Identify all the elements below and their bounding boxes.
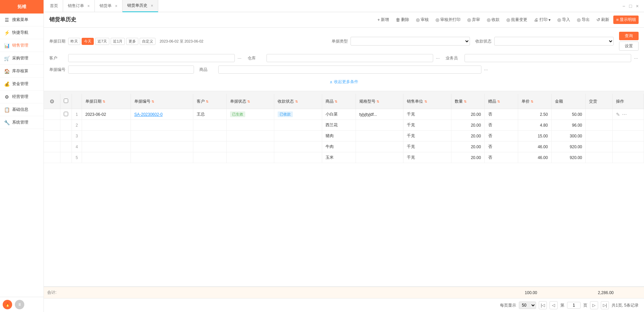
th-date[interactable]: 单据日期 ⇅ xyxy=(82,94,131,109)
import-button[interactable]: ◎ 导入 xyxy=(555,16,573,24)
basic-info-icon: 📋 xyxy=(4,107,9,112)
td-doc-no-2[interactable] xyxy=(131,131,193,141)
td-doc-no-1[interactable] xyxy=(131,120,193,131)
add-button[interactable]: + 新增 xyxy=(375,16,392,24)
page-number-input[interactable] xyxy=(567,302,581,309)
th-unit[interactable]: 销售单位 ⇅ xyxy=(403,94,451,109)
salesperson-ellipsis-btn[interactable]: ··· xyxy=(633,55,639,61)
date-btn-today[interactable]: 今天 xyxy=(82,38,94,45)
td-doc-no-0[interactable]: SA-20230602-0 xyxy=(131,109,193,120)
th-spec[interactable]: 规格型号 ⇅ xyxy=(356,94,403,109)
td-check-0[interactable] xyxy=(60,109,72,120)
th-collect-status[interactable]: 收款状态 ⇅ xyxy=(274,94,322,109)
sidebar-item-system-mgmt[interactable]: 🔧 系统管理 xyxy=(0,116,44,129)
tab-close-sales-goods[interactable]: × xyxy=(115,4,117,8)
delete-button[interactable]: 🗑 删除 xyxy=(393,16,412,24)
tab-sales-order[interactable]: 销售订单 × xyxy=(63,0,95,12)
print-button[interactable]: 🖨 打印 ▾ xyxy=(531,16,553,24)
edit-action-icon-0[interactable]: ✎ xyxy=(616,112,620,117)
th-doc-status[interactable]: 单据状态 ⇅ xyxy=(226,94,274,109)
refresh-button[interactable]: ↺ 刷新 xyxy=(594,16,612,24)
minimize-btn[interactable]: − xyxy=(621,3,626,9)
doc-no-link-0[interactable]: SA-20230602-0 xyxy=(134,112,163,117)
row-checkbox-0[interactable] xyxy=(64,112,68,116)
sidebar-item-finance-mgmt[interactable]: 💰 资金管理 xyxy=(0,78,44,90)
td-trade-1 xyxy=(586,120,612,131)
th-checkbox[interactable] xyxy=(60,94,72,109)
sidebar-item-inventory[interactable]: 🏠 库存核算 xyxy=(0,65,44,78)
date-btn-1month[interactable]: 近1月 xyxy=(111,38,125,45)
query-button[interactable]: 查询 xyxy=(619,32,639,40)
customer-ellipsis-btn[interactable]: ··· xyxy=(237,55,242,61)
date-btn-7days[interactable]: 近7天 xyxy=(95,38,109,45)
collapse-more-btn[interactable]: ∧ 收起更多条件 xyxy=(49,77,639,87)
sidebar-item-quick-nav[interactable]: ⚡ 快捷导航 xyxy=(0,26,44,39)
audit-print-button[interactable]: ◎ 审核并打印 xyxy=(433,16,463,24)
customer-input[interactable] xyxy=(68,54,235,62)
sales-icon: 📊 xyxy=(4,43,9,48)
filter-customer: 客户 ··· xyxy=(49,54,242,62)
date-btn-more[interactable]: 更多 xyxy=(126,38,138,45)
settings-button[interactable]: 设置 xyxy=(619,42,639,51)
batch-change-button[interactable]: ◎ 批量变更 xyxy=(504,16,530,24)
pause-icon-btn[interactable]: ⏸ xyxy=(15,300,24,309)
maximize-btn[interactable]: □ xyxy=(628,3,633,9)
td-doc-no-4[interactable] xyxy=(131,152,193,163)
td-check-4[interactable] xyxy=(60,152,72,163)
select-all-checkbox[interactable] xyxy=(64,99,68,103)
th-collect-status-label: 收款状态 xyxy=(278,99,294,104)
date-btn-yesterday[interactable]: 昨天 xyxy=(68,38,80,45)
tab-close-sales-order[interactable]: × xyxy=(87,4,90,8)
td-check-3[interactable] xyxy=(60,141,72,152)
th-settings[interactable]: ⚙ xyxy=(44,94,60,109)
sidebar-item-sales-mgmt[interactable]: 📊 销售管理 xyxy=(0,39,44,52)
th-gift[interactable]: 赠品 ⇅ xyxy=(484,94,518,109)
th-quantity[interactable]: 数量 ⇅ xyxy=(451,94,484,109)
tab-sales-goods[interactable]: 销货单 × xyxy=(95,0,122,12)
th-customer[interactable]: 客户 ⇅ xyxy=(193,94,226,109)
audit-button[interactable]: ◎ 审核 xyxy=(413,16,431,24)
tab-home[interactable]: 首页 xyxy=(45,0,63,12)
sidebar-item-search-menu[interactable]: ☰ 搜索菜单 xyxy=(0,14,44,26)
collect-button[interactable]: ◎ 收款 xyxy=(484,16,502,24)
warehouse-input[interactable] xyxy=(267,54,433,62)
warehouse-label: 仓库 xyxy=(248,55,264,61)
td-action-3 xyxy=(612,141,644,152)
data-table: ⚙ 单据日期 ⇅ 单据编号 ⇅ xyxy=(44,94,644,163)
export-button[interactable]: ◎ 导出 xyxy=(574,16,592,24)
sidebar-item-basic-info[interactable]: 📋 基础信息 xyxy=(0,103,44,116)
sidebar-item-purchase-mgmt[interactable]: 🛒 采购管理 xyxy=(0,52,44,65)
tab-sales-history[interactable]: 销货单历史 × xyxy=(122,0,158,12)
more-action-icon-0[interactable]: ⋯ xyxy=(622,112,627,117)
fire-icon-btn[interactable]: 🔥 xyxy=(3,300,12,309)
table-settings-icon[interactable]: ⚙ xyxy=(47,97,57,106)
show-detail-button[interactable]: ≡ 显示明细 xyxy=(613,16,639,24)
goods-ellipsis-btn[interactable]: ··· xyxy=(483,67,489,72)
td-doc-status-4 xyxy=(226,152,274,163)
prev-page-btn[interactable]: ◁ xyxy=(550,301,558,309)
th-price[interactable]: 单价 ⇅ xyxy=(518,94,551,109)
td-check-2[interactable] xyxy=(60,131,72,141)
next-page-btn[interactable]: ▷ xyxy=(590,301,598,309)
td-check-1[interactable] xyxy=(60,120,72,131)
last-page-btn[interactable]: ▷| xyxy=(601,301,609,309)
abandon-button[interactable]: ◎ 弃审 xyxy=(465,16,483,24)
td-amount-3: 920.00 xyxy=(551,141,586,152)
per-page-select[interactable]: 50 100 200 xyxy=(519,302,536,309)
th-doc-no[interactable]: 单据编号 ⇅ xyxy=(131,94,193,109)
td-customer-2 xyxy=(193,131,226,141)
salesperson-input[interactable] xyxy=(465,54,631,62)
close-btn[interactable]: × xyxy=(635,3,640,9)
date-btn-custom[interactable]: 自定义 xyxy=(140,38,156,45)
collect-status-select[interactable] xyxy=(494,37,614,46)
td-doc-no-3[interactable] xyxy=(131,141,193,152)
tab-close-sales-history[interactable]: × xyxy=(151,3,153,8)
goods-input[interactable] xyxy=(218,66,481,74)
warehouse-ellipsis-btn[interactable]: ··· xyxy=(435,55,441,61)
sidebar-item-operation-mgmt[interactable]: ⚙ 经营管理 xyxy=(0,90,44,103)
doc-type-select[interactable] xyxy=(351,37,470,46)
th-goods[interactable]: 商品 ⇅ xyxy=(322,94,356,109)
doc-no-input[interactable] xyxy=(68,66,194,74)
first-page-btn[interactable]: |◁ xyxy=(539,301,547,309)
td-quantity-0: 20.00 xyxy=(451,109,484,120)
